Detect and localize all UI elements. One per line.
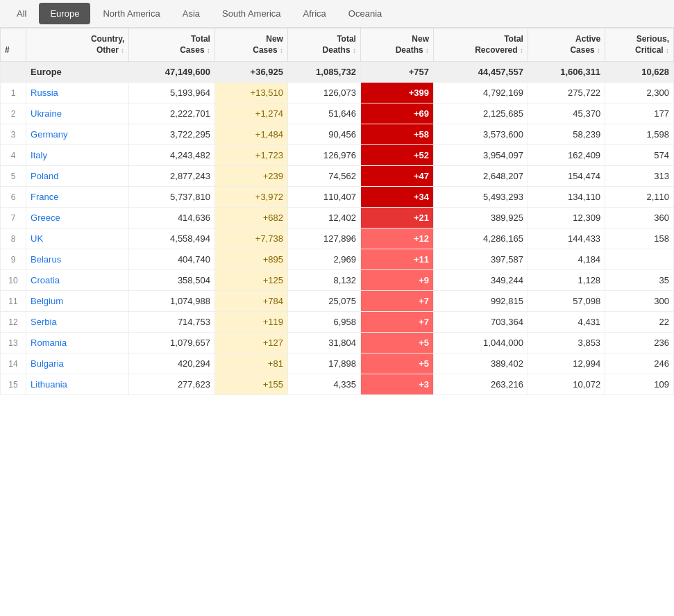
country-link[interactable]: Greece <box>31 213 60 223</box>
new-deaths: +69 <box>360 103 433 124</box>
table-row: 3Germany3,722,295+1,48490,456+583,573,60… <box>1 124 674 145</box>
new-cases: +155 <box>214 374 287 395</box>
serious-critical: 158 <box>605 228 674 249</box>
total-cases: 1,079,657 <box>129 333 215 353</box>
tab-bar: AllEuropeNorth AmericaAsiaSouth AmericaA… <box>0 0 674 28</box>
col-header-3[interactable]: NewCases ↕ <box>214 28 287 62</box>
active-cases: 45,370 <box>528 103 605 124</box>
new-cases: +1,723 <box>214 145 287 166</box>
country-link[interactable]: Italy <box>31 150 47 160</box>
country-link[interactable]: Belarus <box>31 254 61 265</box>
active-cases: 10,072 <box>528 374 605 395</box>
col-header-4[interactable]: TotalDeaths ↕ <box>287 28 360 62</box>
new-deaths: +34 <box>360 187 433 208</box>
new-cases: +1,484 <box>214 124 287 145</box>
country-link[interactable]: Ukraine <box>31 108 62 119</box>
table-row: 15Lithuania277,623+1554,335+3263,21610,0… <box>1 374 674 395</box>
country-link[interactable]: France <box>31 192 58 202</box>
tab-north-america[interactable]: North America <box>92 3 171 24</box>
total-cases: 2,222,701 <box>129 103 215 124</box>
table-row: 5Poland2,877,243+23974,562+472,648,20715… <box>1 166 674 187</box>
row-number: 15 <box>1 374 26 395</box>
row-number: 7 <box>1 208 26 228</box>
tab-africa[interactable]: Africa <box>292 3 337 24</box>
country-link[interactable]: Croatia <box>31 275 60 285</box>
country-link[interactable]: Lithuania <box>31 379 67 390</box>
serious-critical: 574 <box>605 145 674 166</box>
active-cases: 12,994 <box>528 353 605 374</box>
country-link[interactable]: Serbia <box>31 317 57 327</box>
total-cases: 1,074,988 <box>129 291 215 312</box>
country-link[interactable]: Bulgaria <box>31 358 64 369</box>
country-link[interactable]: Romania <box>31 338 67 348</box>
row-number: 14 <box>1 353 26 374</box>
new-deaths: +21 <box>360 208 433 228</box>
recovered: 992,815 <box>433 291 528 312</box>
total-cases: 414,636 <box>129 208 215 228</box>
recovered: 703,364 <box>433 312 528 333</box>
country-link[interactable]: Germany <box>31 129 67 140</box>
new-deaths: +7 <box>360 312 433 333</box>
total-cases: 714,753 <box>129 312 215 333</box>
country-link[interactable]: Belgium <box>31 296 63 306</box>
new-cases: +895 <box>214 249 287 270</box>
row-number: 11 <box>1 291 26 312</box>
tab-all[interactable]: All <box>6 3 37 24</box>
new-deaths: +5 <box>360 333 433 353</box>
active-cases: 154,474 <box>528 166 605 187</box>
total-deaths: 126,073 <box>287 83 360 103</box>
table-row: 6France5,737,810+3,972110,407+345,493,29… <box>1 187 674 208</box>
recovered: 349,244 <box>433 270 528 291</box>
new-cases: +784 <box>214 291 287 312</box>
serious-critical <box>605 249 674 270</box>
recovered: 2,648,207 <box>433 166 528 187</box>
tab-europe[interactable]: Europe <box>39 3 90 24</box>
total-deaths: 126,976 <box>287 145 360 166</box>
new-deaths: +9 <box>360 270 433 291</box>
new-cases: +119 <box>214 312 287 333</box>
col-header-5[interactable]: NewDeaths ↕ <box>360 28 433 62</box>
new-deaths: +7 <box>360 291 433 312</box>
serious-critical: 109 <box>605 374 674 395</box>
active-cases: 58,239 <box>528 124 605 145</box>
active-cases: 12,309 <box>528 208 605 228</box>
recovered: 3,573,600 <box>433 124 528 145</box>
covid-table: #Country,Other ↕TotalCases ↕NewCases ↕To… <box>0 28 674 395</box>
total-cases: 358,504 <box>129 270 215 291</box>
table-row: 1Russia5,193,964+13,510126,073+3994,792,… <box>1 83 674 103</box>
serious-critical: 300 <box>605 291 674 312</box>
recovered: 4,286,165 <box>433 228 528 249</box>
country-link[interactable]: Poland <box>31 171 58 181</box>
tab-south-america[interactable]: South America <box>211 3 292 24</box>
recovered: 2,125,685 <box>433 103 528 124</box>
tab-oceania[interactable]: Oceania <box>337 3 393 24</box>
country-link[interactable]: UK <box>31 233 43 244</box>
table-row: 13Romania1,079,657+12731,804+51,044,0003… <box>1 333 674 353</box>
recovered: 263,216 <box>433 374 528 395</box>
total-deaths: 110,407 <box>287 187 360 208</box>
active-cases: 3,853 <box>528 333 605 353</box>
total-deaths: 4,335 <box>287 374 360 395</box>
tab-asia[interactable]: Asia <box>171 3 211 24</box>
new-deaths: +58 <box>360 124 433 145</box>
serious-critical: 35 <box>605 270 674 291</box>
recovered: 389,925 <box>433 208 528 228</box>
serious-critical: 360 <box>605 208 674 228</box>
recovered: 397,587 <box>433 249 528 270</box>
col-header-6[interactable]: TotalRecovered ↕ <box>433 28 528 62</box>
total-deaths: 6,958 <box>287 312 360 333</box>
col-header-1[interactable]: Country,Other ↕ <box>26 28 129 62</box>
col-header-2[interactable]: TotalCases ↕ <box>129 28 215 62</box>
new-deaths: +52 <box>360 145 433 166</box>
active-cases: 162,409 <box>528 145 605 166</box>
active-cases: 4,184 <box>528 249 605 270</box>
total-deaths: 12,402 <box>287 208 360 228</box>
recovered: 4,792,169 <box>433 83 528 103</box>
country-link[interactable]: Russia <box>31 88 58 98</box>
row-number: 12 <box>1 312 26 333</box>
table-row: 8UK4,558,494+7,738127,896+124,286,165144… <box>1 228 674 249</box>
serious-critical: 2,110 <box>605 187 674 208</box>
col-header-8[interactable]: Serious,Critical ↕ <box>605 28 674 62</box>
col-header-7[interactable]: ActiveCases ↕ <box>528 28 605 62</box>
total-deaths: 31,804 <box>287 333 360 353</box>
